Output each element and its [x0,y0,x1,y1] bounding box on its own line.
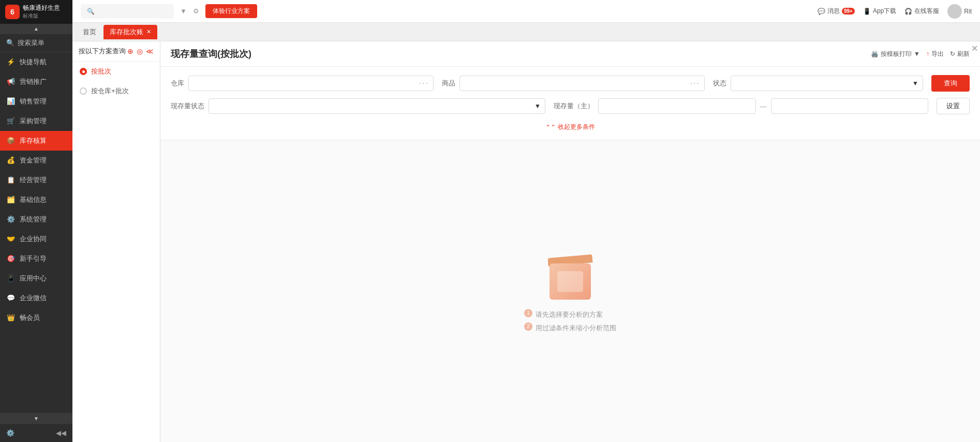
sidebar-item-marketing[interactable]: 📢 营销推广 [0,72,72,92]
filter-option-by-batch[interactable]: 按批次 [72,62,160,81]
sidebar-footer: ⚙️ ◀◀ [0,423,72,442]
page-header-actions: 🖨️ 按模板打印 ▼ ↑ 导出 ↻ 刷新 [871,50,970,58]
filter-radio-by-batch [80,68,87,75]
tab-close-icon[interactable]: ✕ [146,28,151,35]
filter-panel-actions: ⊕ ◎ ≪ [127,47,154,55]
range-dash: — [760,102,767,110]
sidebar-item-basic[interactable]: 🗂️ 基础信息 [0,190,72,210]
status-select-arrow: ▼ [912,80,918,87]
search-icon: 🔍 [6,39,14,47]
collapse-up-icon: ⌃⌃ [545,124,556,131]
filter-option-by-warehouse-batch[interactable]: 按仓库+批次 [72,81,160,101]
filter-panel-title: 按以下方案查询 [79,47,126,56]
sidebar-item-operation[interactable]: 📋 经营管理 [0,170,72,190]
sidebar-item-finance[interactable]: 💰 资金管理 [0,151,72,170]
print-icon: 🖨️ [871,50,879,57]
sidebar-item-system[interactable]: ⚙️ 系统管理 [0,210,72,229]
print-dropdown-icon[interactable]: ▼ [914,50,920,57]
empty-state: 1 请先选择要分析的方案 2 用过滤条件来缩小分析范围 [160,140,980,442]
experience-btn[interactable]: 体验行业方案 [205,4,257,18]
empty-tips: 1 请先选择要分析的方案 2 用过滤条件来缩小分析范围 [524,308,616,335]
app-download-btn[interactable]: 📱 App下载 [863,7,896,16]
collapse-filter-icon[interactable]: ≪ [146,47,154,55]
sidebar-item-inventory[interactable]: 📦 库存核算 [0,131,72,151]
settings-button[interactable]: 设置 [937,98,970,114]
tip-item-1: 1 请先选择要分析的方案 [524,308,616,321]
filter-option-label: 按仓库+批次 [91,86,129,96]
collapse-button[interactable]: ⌃⌃ 收起更多条件 [545,123,595,131]
tip-item-2: 2 用过滤条件来缩小分析范围 [524,321,616,335]
warehouse-input-dots: ··· [419,79,429,88]
refresh-btn[interactable]: ↻ 刷新 [950,50,970,58]
quick-nav-icon: ⚡ [6,57,16,67]
sidebar-item-purchase[interactable]: 🛒 采购管理 [0,111,72,131]
collapse-icon[interactable]: ◀◀ [56,429,66,437]
content-area: 现存量查询(按批次) 🖨️ 按模板打印 ▼ ↑ 导出 ↻ 刷新 [160,41,980,442]
sidebar-item-quick-nav[interactable]: ⚡ 快捷导航 [0,52,72,72]
topbar-search-box[interactable]: 🔍 [81,4,174,19]
form-row-1: 仓库 ··· 商品 ··· 状态 [171,75,970,92]
collapse-row: ⌃⌃ 收起更多条件 [171,121,970,136]
add-filter-icon[interactable]: ⊕ [127,47,133,55]
status-label: 状态 [713,79,726,88]
app-logo: 6 [5,5,20,19]
page-close-button[interactable]: ✕ [971,43,978,53]
sidebar-item-label: 畅会员 [20,313,40,322]
sidebar-item-label: 新手引导 [20,254,47,263]
status-select[interactable]: ▼ [731,76,923,91]
settings-icon[interactable]: ⚙️ [6,429,14,437]
page-title: 现存量查询(按批次) [171,48,251,60]
filter-radio-by-warehouse-batch [80,87,87,95]
message-btn[interactable]: 💬 消息 99+ [818,7,855,16]
sidebar: 6 畅康通好生意 标准版 ▲ 🔍 搜索菜单 ⚡ 快捷导航 📢 营销推广 📊 销售… [0,0,72,442]
sidebar-item-label: 企业协同 [20,234,47,244]
print-btn[interactable]: 🖨️ 按模板打印 ▼ [871,50,920,58]
app-name: 畅康通好生意 [23,4,60,12]
sidebar-item-label: 快捷导航 [20,57,47,67]
page-header: 现存量查询(按批次) 🖨️ 按模板打印 ▼ ↑ 导出 ↻ 刷新 [160,41,980,67]
settings-filter-icon[interactable]: ◎ [137,47,143,55]
export-btn[interactable]: ↑ 导出 [926,50,944,58]
main-area: 🔍 ▼ ⚙ 体验行业方案 💬 消息 99+ 📱 App下载 🎧 在线客服 Ri [72,0,980,442]
online-service-btn[interactable]: 🎧 在线客服 [904,7,939,16]
sidebar-search[interactable]: 🔍 搜索菜单 [0,34,72,52]
sidebar-item-enterprise[interactable]: 🤝 企业协同 [0,229,72,249]
dropdown-arrow-icon[interactable]: ▼ [180,7,187,15]
topbar-search-icon: 🔍 [87,8,95,15]
product-input[interactable]: ··· [459,76,705,91]
settings-gear-icon[interactable]: ⚙ [193,7,199,15]
warehouse-input[interactable]: ··· [188,76,434,91]
enterprise-icon: 🤝 [6,234,16,244]
sidebar-item-label: 库存核算 [20,136,47,145]
app-download-label: App下载 [873,7,896,16]
tip-number-2: 2 [524,322,532,331]
sidebar-item-label: 营销推广 [20,77,47,86]
scroll-down-button[interactable]: ▼ [0,413,72,423]
message-badge: 99+ [842,8,855,14]
finance-icon: 💰 [6,156,16,165]
scroll-up-button[interactable]: ▲ [0,24,72,34]
sidebar-item-vip[interactable]: 👑 畅会员 [0,308,72,328]
qty-max-input[interactable] [771,98,929,114]
filter-panel: 按以下方案查询 ⊕ ◎ ≪ 按批次 按仓库+批次 [72,41,160,442]
sidebar-item-sales[interactable]: 📊 销售管理 [0,92,72,111]
inventory-qty-field: 现存量（主） — [554,98,928,114]
sidebar-item-wechat[interactable]: 💬 企业微信 [0,288,72,308]
sidebar-item-label: 资金管理 [20,156,47,165]
sidebar-search-label: 搜索菜单 [18,38,44,48]
sidebar-item-label: 系统管理 [20,215,47,224]
sidebar-item-label: 企业微信 [20,293,47,303]
query-button[interactable]: 查询 [931,75,970,92]
filter-option-label: 按批次 [91,67,111,76]
tab-inventory-batch[interactable]: 库存批次账 ✕ [103,25,157,39]
avatar [947,4,962,19]
inventory-status-select[interactable]: ▼ [209,98,545,114]
user-menu[interactable]: Rit [947,4,972,19]
basic-icon: 🗂️ [6,195,16,204]
warehouse-label: 仓库 [171,79,184,88]
topbar-left: 🔍 ▼ ⚙ 体验行业方案 [81,4,257,19]
tab-home[interactable]: 首页 [77,25,102,39]
sidebar-item-newbie[interactable]: 🎯 新手引导 [0,249,72,269]
sidebar-item-apps[interactable]: 📱 应用中心 [0,269,72,288]
qty-min-input[interactable] [598,98,756,114]
